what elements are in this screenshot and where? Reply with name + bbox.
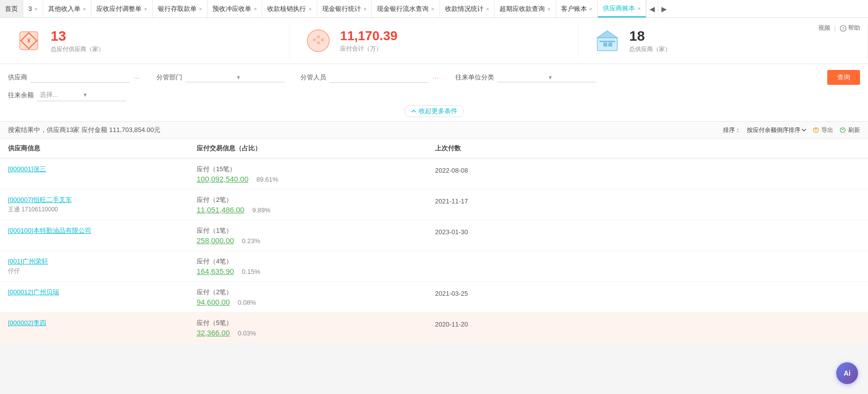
close-tab-overdue-query[interactable]: × (547, 6, 550, 12)
col-header-lastpay: 上次付数 (435, 144, 860, 153)
nav-tab-overdue-query[interactable]: 超期应收款查询 × (495, 0, 556, 17)
nav-tab-bank-deposit[interactable]: 银行存取款单 × (153, 0, 208, 17)
supplier-link-1[interactable]: [000001]张三 (8, 165, 197, 174)
collapse-btn-label: 收起更多条件 (419, 107, 457, 116)
tx-amount-5[interactable]: 94,600.00 (197, 298, 230, 306)
summary-card2-content: 11,170.39 应付合计（万） (340, 28, 564, 53)
nav-tab-3[interactable]: 3 × (23, 0, 43, 17)
nav-tab-ap-adjustment[interactable]: 应收应付调整单 × (91, 0, 152, 17)
tx-percent-1: 89.61% (256, 176, 278, 183)
person-expand-btn[interactable]: ··· (433, 74, 439, 81)
tx-label-3: 应付（1笔） (197, 226, 435, 235)
close-tab-cash-bank-flow[interactable]: × (431, 6, 434, 12)
supplier-link-6[interactable]: [000002]李四 (8, 319, 197, 328)
svg-text:❄: ❄ (316, 34, 320, 40)
nav-tab-customer-account[interactable]: 客户账本 × (556, 0, 598, 17)
cell-transaction-2: 应付（2笔） 11,051,486.00 9.89% (197, 196, 435, 214)
tx-row-3: 258,000.00 0.23% (197, 235, 435, 245)
tx-amount-3[interactable]: 258,000.00 (197, 236, 234, 245)
tx-percent-6: 0.03% (238, 329, 256, 337)
nav-tab-advance-writeoff-label: 预收冲应收单 (213, 4, 251, 13)
cell-supplier-2: [000007]恒旺二手叉车 王通 17106110000 (8, 196, 197, 214)
balance-select[interactable]: 选择... ▼ (37, 89, 126, 101)
refresh-button[interactable]: 刷新 (839, 126, 860, 134)
nav-tab-home-label: 首页 (5, 4, 18, 13)
nav-tab-supplier-account[interactable]: 供应商账本 × (598, 0, 646, 17)
close-tab-supplier-account[interactable]: × (638, 5, 641, 11)
filter-section: 供应商 ··· 分管部门 ▼ 分管人员 ··· 往来单位分类 (0, 64, 868, 122)
collapse-button[interactable]: 收起更多条件 (404, 105, 464, 117)
video-link[interactable]: 视频 (818, 24, 830, 32)
cell-supplier-5: [000012]广州贝瑞 (8, 288, 197, 297)
supplier-link-4[interactable]: [001]广州荣轩 (8, 257, 197, 266)
close-tab-other-income[interactable]: × (83, 6, 86, 12)
summary-card1-number: 13 (51, 28, 274, 45)
refresh-icon (839, 127, 846, 133)
sort-label: 排序： (723, 126, 741, 134)
search-button[interactable]: 查询 (827, 70, 860, 85)
filter-supplier: 供应商 ··· (8, 72, 141, 83)
table-row: [000007]恒旺二手叉车 王通 17106110000 应付（2笔） 11,… (0, 190, 868, 220)
cell-transaction-5: 应付（2笔） 94,600.00 0.08% (197, 288, 435, 306)
supplier-filter-label: 供应商 (8, 73, 27, 82)
supplier-link-2[interactable]: [000007]恒旺二手叉车 (8, 196, 197, 204)
export-button[interactable]: 导出 (812, 126, 833, 134)
tx-row-5: 94,600.00 0.08% (197, 297, 435, 306)
tx-row-6: 32,366.00 0.03% (197, 328, 435, 337)
cell-lastpay-1: 2022-08-08 (435, 165, 860, 174)
nav-next-arrow[interactable]: ▶ (658, 0, 670, 17)
supplier-sub-4: 仔仔 (8, 267, 197, 275)
close-tab-advance-writeoff[interactable]: × (254, 6, 257, 12)
data-table: 供应商信息 应付交易信息（占比） 上次付数 [000001]张三 应付（15笔）… (0, 139, 868, 343)
nav-tab-receipt-stat[interactable]: 收款情况统计 × (440, 0, 495, 17)
tx-amount-4[interactable]: 164,635.90 (197, 267, 234, 275)
tx-amount-6[interactable]: 32,366.00 (197, 328, 230, 337)
nav-tab-home[interactable]: 首页 (0, 0, 23, 17)
nav-tab-receipt-verify[interactable]: 收款核销执行 × (262, 0, 317, 17)
close-tab-cash-bank-stat[interactable]: × (363, 6, 366, 12)
cell-lastpay-5: 2021-03-25 (435, 288, 860, 297)
close-tab-customer-account[interactable]: × (589, 6, 592, 12)
chevron-up-icon (411, 108, 417, 114)
filter-row-1: 供应商 ··· 分管部门 ▼ 分管人员 ··· 往来单位分类 (8, 70, 860, 85)
ai-assistant-badge[interactable]: Ai (836, 362, 858, 384)
help-link[interactable]: ? 帮助 (840, 24, 860, 32)
close-tab-ap-adjustment[interactable]: × (144, 6, 147, 12)
balance-dropdown-arrow: ▼ (82, 92, 123, 98)
category-select[interactable]: ▼ (497, 73, 596, 82)
cell-supplier-1: [000001]张三 (8, 165, 197, 174)
ai-badge-label: Ai (844, 369, 851, 377)
tx-label-6: 应付（5笔） (197, 319, 435, 328)
tx-label-4: 应付（4笔） (197, 257, 435, 266)
tx-percent-3: 0.23% (242, 237, 260, 245)
table-header: 供应商信息 应付交易信息（占比） 上次付数 (0, 139, 868, 159)
nav-tab-cash-bank-stat[interactable]: 现金银行统计 × (317, 0, 372, 17)
svg-rect-12 (599, 41, 615, 42)
table-row: [001]广州荣轩 仔仔 应付（4笔） 164,635.90 0.15% (0, 251, 868, 282)
tx-row-4: 164,635.90 0.15% (197, 266, 435, 275)
close-tab-receipt-stat[interactable]: × (486, 6, 489, 12)
cell-lastpay-3: 2023-01-30 (435, 226, 860, 236)
amount-icon: ❄ ❄ ❄ ❄ (304, 27, 332, 55)
supplier-link-3[interactable]: [000100]本特勤油品有限公司 (8, 226, 197, 235)
sort-selector[interactable]: 按应付余额倒序排序 (747, 126, 806, 134)
tx-row-2: 11,051,486.00 9.89% (197, 204, 435, 214)
summary-card1-content: 13 总应付供应商（家） (51, 28, 274, 54)
tx-amount-2[interactable]: 11,051,486.00 (197, 205, 244, 214)
close-tab-receipt-verify[interactable]: × (308, 6, 311, 12)
supplier-input[interactable] (30, 72, 130, 83)
close-tab-3[interactable]: × (34, 6, 37, 12)
person-input[interactable] (329, 72, 429, 83)
nav-tab-cash-bank-flow[interactable]: 现金银行流水查询 × (372, 0, 439, 17)
supplier-expand-btn[interactable]: ··· (134, 74, 141, 81)
nav-tab-advance-writeoff[interactable]: 预收冲应收单 × (208, 0, 262, 17)
supplier-link-5[interactable]: [000012]广州贝瑞 (8, 288, 197, 297)
dept-select[interactable]: ▼ (185, 73, 285, 82)
tx-row-1: 100,092,540.00 89.61% (197, 174, 435, 183)
tx-percent-4: 0.15% (242, 268, 260, 275)
nav-prev-arrow[interactable]: ◀ (646, 0, 658, 17)
tx-amount-1[interactable]: 100,092,540.00 (197, 175, 248, 183)
filter-dept: 分管部门 ▼ (156, 73, 285, 82)
nav-tab-other-income[interactable]: 其他收入单 × (43, 0, 91, 17)
close-tab-bank-deposit[interactable]: × (199, 6, 202, 12)
